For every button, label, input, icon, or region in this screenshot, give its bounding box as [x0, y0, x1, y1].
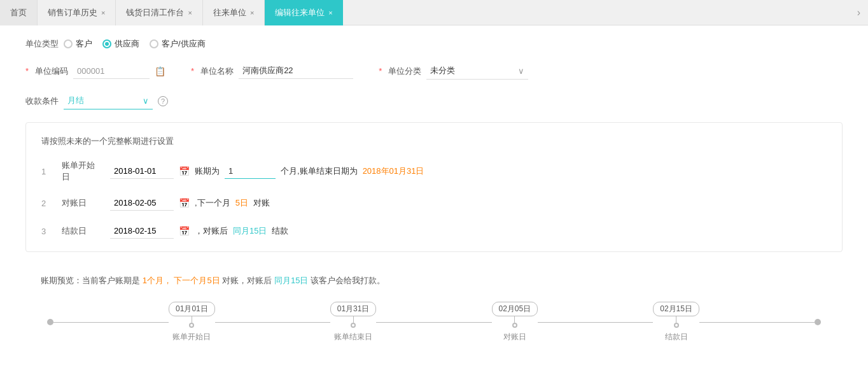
code-name-category-row: * 单位编码 📋 * 单位名称 * 单位分类 未分类 ∨: [25, 62, 843, 80]
unit-category-value: 未分类: [430, 65, 455, 76]
period-suffix-after-1: 个月,账单结束日期为: [281, 165, 358, 177]
timeline-line-2: [376, 322, 491, 323]
tab-edit-contact[interactable]: 编辑往来单位 ×: [265, 0, 342, 25]
tab-more-button[interactable]: ›: [850, 0, 868, 25]
preview-suffix: 该客户会给我打款。: [311, 276, 385, 285]
period-num-3: 3: [41, 227, 52, 236]
payment-terms-value: 月结: [67, 95, 84, 106]
category-dropdown-icon: ∨: [518, 66, 524, 76]
timeline-sub-4: 结款日: [665, 332, 688, 342]
radio-customer-supplier-label: 客户/供应商: [162, 38, 206, 50]
radio-customer-circle: [64, 39, 73, 48]
timeline-line-0: [53, 322, 169, 323]
radio-supplier-label: 供应商: [115, 38, 139, 50]
period-num-2: 2: [41, 199, 52, 208]
timeline-start-dot: [47, 319, 53, 325]
period-end-date-1: 2018年01月31日: [363, 165, 424, 177]
tab-edit-contact-close[interactable]: ×: [328, 9, 332, 17]
unit-code-required: *: [25, 66, 29, 76]
period-label-1: 账单开始日: [62, 160, 100, 183]
tab-bar: 首页 销售订单历史 × 钱货日清工作台 × 往来单位 × 编辑往来单位 × ›: [0, 0, 868, 25]
period-suffix-text-2: ,下一个月: [195, 197, 230, 209]
radio-supplier-circle: [102, 39, 111, 48]
timeline-sub-1: 账单开始日: [172, 332, 211, 342]
period-row-3: 3 结款日 📅 ，对账后 同月15日 结款: [41, 223, 827, 239]
unit-type-row: 单位类型 客户 供应商 客户/供应商: [25, 38, 843, 50]
preview-section: 账期预览：当前客户账期是 1个月， 下一个月5日 对账，对账后 同月15日 该客…: [25, 265, 843, 353]
radio-group: 客户 供应商 客户/供应商: [64, 38, 206, 50]
timeline-node-1: 01月01日 账单开始日: [169, 302, 215, 342]
timeline-node-2: 01月31日 账单结束日: [330, 302, 377, 342]
unit-name-input[interactable]: [239, 64, 353, 79]
unit-type-group: 单位类型 客户 供应商 客户/供应商: [25, 38, 206, 50]
timeline-dot-1: [189, 323, 194, 328]
unit-category-required: *: [379, 66, 382, 76]
period-cal-icon-1[interactable]: 📅: [179, 166, 190, 176]
period-date-2[interactable]: [110, 195, 174, 211]
unit-category-group: * 单位分类 未分类 ∨: [379, 62, 528, 80]
period-highlight-2: 5日: [235, 197, 248, 209]
period-months-input[interactable]: [225, 164, 276, 179]
timeline-node-4: 02月15日 结款日: [653, 302, 699, 342]
unit-category-select[interactable]: 未分类 ∨: [426, 62, 528, 80]
period-label-3: 结款日: [62, 225, 100, 237]
tab-contacts-close[interactable]: ×: [250, 9, 254, 17]
timeline-end-dot: [815, 319, 821, 325]
tab-sales-history[interactable]: 销售订单历史 ×: [38, 0, 116, 25]
period-value-1: 📅 账期为 个月,账单结束日期为 2018年01月31日: [110, 164, 424, 179]
timeline-badge-1: 01月01日: [169, 302, 215, 316]
timeline-dot-2: [351, 323, 356, 328]
timeline-badge-2: 01月31日: [330, 302, 377, 316]
preview-part3: 同月15日: [274, 276, 308, 285]
period-label-2: 对账日: [62, 197, 100, 209]
unit-name-group: * 单位名称: [191, 64, 353, 79]
timeline-line-4: [699, 322, 815, 323]
timeline-dot-3: [512, 323, 517, 328]
period-num-1: 1: [41, 167, 52, 176]
period-suffix-end-3: 结款: [272, 225, 288, 237]
unit-name-required: *: [191, 66, 194, 76]
payment-terms-dropdown-icon: ∨: [143, 96, 149, 106]
radio-customer-supplier[interactable]: 客户/供应商: [150, 38, 206, 50]
tab-home-label: 首页: [10, 7, 27, 18]
radio-supplier[interactable]: 供应商: [102, 38, 139, 50]
tab-contacts-label: 往来单位: [213, 7, 246, 18]
tab-cash-ledger[interactable]: 钱货日清工作台 ×: [116, 0, 202, 25]
radio-customer[interactable]: 客户: [64, 38, 92, 50]
payment-terms-help-icon[interactable]: ?: [158, 96, 168, 106]
preview-text: 账期预览：当前客户账期是 1个月， 下一个月5日 对账，对账后 同月15日 该客…: [41, 275, 827, 286]
preview-middle: 对账，对账后: [222, 276, 272, 285]
period-cal-icon-3[interactable]: 📅: [179, 226, 190, 236]
period-row-1: 1 账单开始日 📅 账期为 个月,账单结束日期为 2018年01月31日: [41, 160, 827, 183]
radio-customer-label: 客户: [76, 38, 92, 50]
radio-customer-supplier-circle: [150, 39, 158, 48]
payment-terms-select[interactable]: 月结 ∨: [64, 92, 153, 109]
period-highlight-3: 同月15日: [233, 225, 267, 237]
tab-contacts[interactable]: 往来单位 ×: [203, 0, 265, 25]
preview-prefix: 账期预览：当前客户账期是: [41, 276, 140, 285]
timeline-container: 01月01日 账单开始日 01月31日 账单结束日 02月05日 对账日: [41, 302, 827, 342]
unit-category-label: 单位分类: [388, 66, 421, 77]
tab-cash-ledger-close[interactable]: ×: [188, 9, 192, 17]
tab-home[interactable]: 首页: [0, 0, 38, 25]
timeline-badge-3: 02月05日: [492, 302, 538, 316]
tab-cash-ledger-label: 钱货日清工作台: [126, 7, 184, 18]
payment-terms-label: 收款条件: [25, 95, 59, 107]
tab-sales-history-close[interactable]: ×: [101, 9, 105, 17]
timeline-sub-3: 对账日: [503, 332, 526, 342]
unit-code-copy-icon[interactable]: 📋: [155, 66, 165, 76]
period-suffix-text-3: ，对账后: [195, 225, 228, 237]
period-value-3: 📅 ，对账后 同月15日 结款: [110, 223, 288, 239]
tab-sales-history-label: 销售订单历史: [48, 7, 97, 18]
period-date-1[interactable]: [110, 164, 174, 179]
period-settings-box: 请按照未来的一个完整帐期进行设置 1 账单开始日 📅 账期为 个月,账单结束日期…: [25, 122, 843, 252]
unit-name-label: 单位名称: [200, 66, 234, 77]
timeline-badge-4: 02月15日: [653, 302, 699, 316]
timeline-line-3: [538, 322, 653, 323]
unit-code-input[interactable]: [73, 64, 150, 79]
period-row-2: 2 对账日 📅 ,下一个月 5日 对账: [41, 195, 827, 211]
timeline-line-1: [215, 322, 330, 323]
timeline-sub-2: 账单结束日: [334, 332, 372, 342]
period-cal-icon-2[interactable]: 📅: [179, 198, 190, 208]
period-date-3[interactable]: [110, 223, 174, 239]
